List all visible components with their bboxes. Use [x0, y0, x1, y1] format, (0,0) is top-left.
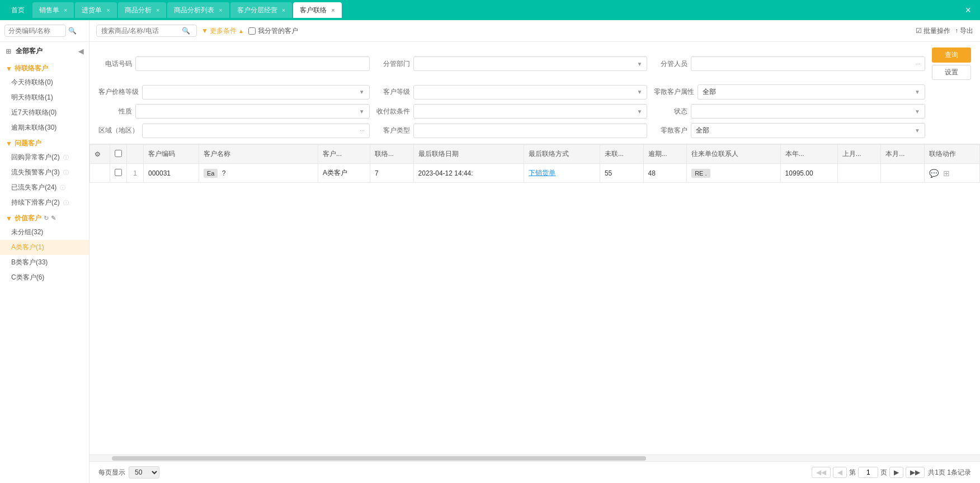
row-unit-contact: RE .	[687, 164, 780, 183]
col-this-month-label: 本月...	[885, 150, 904, 158]
scrollbar-thumb[interactable]	[112, 456, 646, 461]
tab-home[interactable]: 首页	[4, 2, 31, 18]
query-btn[interactable]: 查询	[932, 48, 971, 63]
sidebar-item-down[interactable]: 持续下滑客户(2) ⓘ	[0, 195, 89, 210]
sidebar-collapse-icon[interactable]: ◀	[78, 48, 83, 55]
my-customers-checkbox[interactable]	[248, 27, 256, 35]
filter-dept-select[interactable]: ▼	[413, 56, 648, 71]
filter-nature-select[interactable]: ▼	[135, 104, 370, 119]
filter-icon: ▼	[201, 27, 208, 35]
tab-customer-contact-label: 客户联络	[300, 6, 327, 15]
close-customer-mgmt-tab[interactable]: ×	[282, 7, 285, 13]
filter-status-select[interactable]: ▼	[691, 104, 925, 119]
arrow-value: ▼	[6, 215, 12, 222]
col-unit-contact: 往来单位联系人	[687, 145, 780, 164]
contact-method-link[interactable]: 下销货单	[529, 169, 555, 177]
name-tag: Ea	[204, 169, 218, 178]
sidebar-group-problem[interactable]: ▼ 问题客户	[0, 135, 89, 150]
filter-payment-select[interactable]: ▼	[413, 104, 648, 119]
adv-filter: 电话号码 分管部门 ▼ 分管人员 ···	[89, 42, 980, 144]
prev-page-btn[interactable]: ◀	[833, 467, 847, 478]
col-cust-name-label: 客户名称	[204, 150, 230, 158]
col-last-contact-method: 最后联络方式	[524, 145, 600, 164]
filter-cust-level-label: 客户等级	[376, 87, 410, 97]
edit-icon[interactable]: ✎	[51, 215, 56, 222]
group-problem-label: 问题客户	[15, 139, 41, 148]
sidebar-item-unsorted[interactable]: 未分组(32)	[0, 225, 89, 240]
total-label: 共1页 1条记录	[928, 468, 971, 477]
dept-arrow: ▼	[637, 61, 642, 67]
sidebar-item-class-b[interactable]: B类客户(33)	[0, 255, 89, 270]
filter-manager-label: 分管人员	[654, 59, 687, 69]
my-customers-filter: 我分管的客户	[248, 26, 298, 36]
sidebar-item-class-c[interactable]: C类客户(6)	[0, 270, 89, 285]
sidebar-group-value[interactable]: ▼ 价值客户 ↻ ✎	[0, 210, 89, 225]
refresh-icon[interactable]: ↻	[44, 215, 49, 222]
row-last-contact-method: 下销货单	[524, 164, 600, 183]
qr-icon[interactable]: ⊞	[943, 169, 950, 178]
sidebar-item-down-label: 持续下滑客户(2)	[11, 198, 60, 207]
last-page-btn[interactable]: ▶▶	[906, 467, 925, 478]
tab-sales[interactable]: 销售单 ×	[32, 2, 74, 18]
next-page-btn[interactable]: ▶	[889, 467, 903, 478]
header-checkbox[interactable]	[115, 150, 122, 157]
row-actions: 💬 ⊞	[924, 164, 979, 183]
arrow-pending: ▼	[6, 65, 12, 73]
close-analysis-list-tab[interactable]: ×	[219, 7, 222, 13]
top-nav: 首页 销售单 × 进货单 × 商品分析 × 商品分析列表 × 客户分层经营 × …	[0, 0, 980, 20]
export-btn[interactable]: ↑ 导出	[955, 26, 973, 36]
settings-btn[interactable]: 设置	[932, 65, 971, 80]
filter-price-level-select[interactable]: ▼	[142, 85, 370, 100]
filter-cust-level-select[interactable]: ▼	[413, 85, 648, 100]
first-page-btn[interactable]: ◀◀	[812, 467, 831, 478]
row-checkbox-cell	[110, 164, 127, 183]
sidebar-item-today[interactable]: 今天待联络(0)	[0, 75, 89, 90]
row-checkbox[interactable]	[115, 169, 122, 176]
filter-phone-input[interactable]	[135, 56, 370, 71]
sidebar-item-class-a[interactable]: A类客户(1)	[0, 240, 89, 255]
chat-icon[interactable]: 💬	[929, 169, 939, 178]
sidebar-search-icon[interactable]: 🔍	[68, 27, 77, 35]
sidebar-item-repurchase-label: 回购异常客户(2)	[11, 153, 60, 162]
close-analysis-tab[interactable]: ×	[156, 7, 159, 13]
horizontal-scrollbar[interactable]	[89, 454, 980, 461]
filter-retail-cust-select[interactable]: 全部 ▼	[691, 123, 925, 138]
row-last-month	[837, 164, 881, 183]
search-icon[interactable]: 🔍	[182, 27, 190, 35]
sidebar-item-repurchase[interactable]: 回购异常客户(2) ⓘ	[0, 150, 89, 165]
export-icon: ↑	[955, 27, 958, 35]
more-filters-btn[interactable]: ▼ 更多条件 ▲	[201, 26, 244, 36]
close-sales-tab[interactable]: ×	[64, 7, 67, 13]
close-customer-contact-tab[interactable]: ×	[331, 7, 334, 13]
batch-op-btn[interactable]: ☑ 批量操作	[916, 26, 950, 36]
close-purchase-tab[interactable]: ×	[106, 7, 110, 13]
sidebar-item-overdue[interactable]: 逾期未联络(30)	[0, 120, 89, 135]
retail-cust-arrow: ▼	[915, 127, 920, 134]
filter-manager-select[interactable]: ···	[691, 56, 925, 71]
filter-region-select[interactable]: ···	[142, 124, 370, 138]
filter-dept: 分管部门 ▼	[376, 56, 648, 71]
sidebar-search-input[interactable]	[4, 25, 66, 37]
sidebar-item-lost[interactable]: 已流失客户(24) ⓘ	[0, 180, 89, 195]
filter-cust-type-input[interactable]	[413, 124, 648, 138]
tab-purchase[interactable]: 进货单 ×	[75, 2, 116, 18]
filter-retail-attr-select[interactable]: 全部 ▼	[698, 84, 925, 100]
sidebar-item-loss-predict[interactable]: 流失预警客户(3) ⓘ	[0, 165, 89, 180]
page-input[interactable]	[858, 467, 878, 478]
per-page-select[interactable]: 50 10 20 100	[129, 466, 159, 479]
sidebar-item-week[interactable]: 近7天待联络(0)	[0, 105, 89, 120]
sidebar-item-overdue-label: 逾期未联络(30)	[11, 123, 56, 132]
tab-customer-mgmt[interactable]: 客户分层经营 ×	[230, 2, 292, 18]
col-settings[interactable]: ⚙	[90, 145, 110, 164]
my-customers-label: 我分管的客户	[258, 26, 298, 36]
tab-customer-contact[interactable]: 客户联络 ×	[293, 2, 341, 18]
sidebar-all-customers[interactable]: ⊞ 全部客户 ◀	[0, 42, 89, 60]
tab-analysis[interactable]: 商品分析 ×	[118, 2, 166, 18]
search-input[interactable]	[101, 27, 180, 35]
window-close-button[interactable]: ×	[960, 4, 976, 16]
sidebar-group-pending[interactable]: ▼ 待联络客户	[0, 60, 89, 75]
sidebar-item-tomorrow[interactable]: 明天待联络(1)	[0, 90, 89, 105]
tab-analysis-list[interactable]: 商品分析列表 ×	[167, 2, 229, 18]
sidebar-item-today-label: 今天待联络(0)	[11, 78, 53, 87]
retail-attr-value: 全部	[703, 87, 716, 97]
